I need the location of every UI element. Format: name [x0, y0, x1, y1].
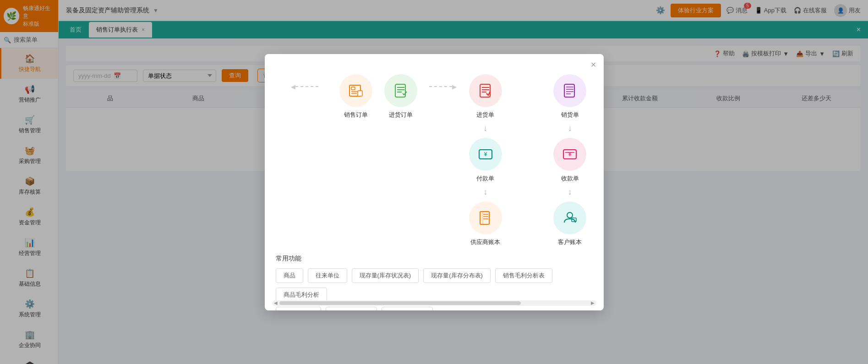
- flow-node-purchase-slip[interactable]: 进货单: [469, 74, 502, 119]
- svg-rect-11: [482, 212, 483, 224]
- common-btn-sales-rank[interactable]: 销售排行榜: [276, 307, 321, 310]
- flow-arrow-2: ◀: [291, 74, 318, 90]
- receipt-icon: ¥: [562, 146, 578, 163]
- common-btn-stock-status[interactable]: 现存量(库存状况表): [352, 268, 419, 283]
- v-arrow-receipt: ↓: [568, 187, 572, 197]
- popup-scrollbar[interactable]: ◀ ▶: [272, 300, 596, 306]
- flow-node-supplier-ledger[interactable]: 供应商账本: [469, 201, 502, 246]
- popup-dialog: × 进货订单: [265, 54, 604, 310]
- common-functions-title: 常用功能: [276, 255, 593, 263]
- svg-point-23: [567, 212, 573, 218]
- svg-rect-26: [351, 87, 355, 90]
- common-btn-product-margin[interactable]: 商品毛利分析: [276, 288, 327, 302]
- flow-node-sale-slip[interactable]: 销货单: [553, 74, 586, 119]
- svg-rect-10: [480, 212, 489, 224]
- common-btn-payment-stats[interactable]: 付款情况统计: [382, 307, 433, 310]
- scrollbar-thumb: [279, 301, 521, 305]
- customer-ledger-circle: [553, 201, 586, 234]
- scrollbar-track: [279, 301, 589, 305]
- flow-col-purchase: 进货单 ↓ ¥ 付款单 ↓: [469, 74, 502, 246]
- purchase-slip-icon: [477, 82, 494, 99]
- v-arrow-2: ↓: [483, 124, 487, 133]
- receipt-circle: ¥: [553, 138, 586, 171]
- supplier-ledger-circle: [469, 201, 502, 234]
- v-arrow-3: ↓: [568, 124, 572, 133]
- flow-node-receipt[interactable]: ¥ 收款单: [553, 138, 586, 183]
- flow-arrow-1: ▶: [429, 74, 457, 90]
- flow-node-purchase-order[interactable]: 进货订单: [384, 74, 417, 119]
- common-buttons-row-1: 商品 往来单位 现存量(库存状况表) 现存量(库存分布表) 销售毛利分析表 商品…: [276, 268, 593, 302]
- purchase-slip-circle: [469, 74, 502, 107]
- common-buttons-row-2: 销售排行榜 收款情况统计 付款情况统计: [276, 307, 593, 310]
- sale-slip-icon: [562, 82, 578, 99]
- common-btn-transaction-unit[interactable]: 往来单位: [308, 268, 347, 283]
- supplier-ledger-icon: [477, 210, 494, 226]
- sale-slip-circle: [553, 74, 586, 107]
- flow-node-payment[interactable]: ¥ 付款单: [469, 138, 502, 183]
- flow-col-sale: 销货单 ↓ ¥ 收款单 ↓: [553, 74, 586, 246]
- payment-circle: ¥: [469, 138, 502, 171]
- popup-close-button[interactable]: ×: [591, 60, 596, 70]
- sale-order-circle: [339, 74, 372, 107]
- popup-overlay[interactable]: × 进货订单: [0, 0, 868, 364]
- customer-ledger-icon: [562, 210, 578, 226]
- payment-icon: ¥: [477, 146, 494, 163]
- flow-node-customer-ledger[interactable]: 客户账本: [553, 201, 586, 246]
- purchase-order-icon: [393, 82, 409, 99]
- common-btn-stock-dist[interactable]: 现存量(库存分布表): [423, 268, 491, 283]
- svg-text:¥: ¥: [483, 151, 487, 158]
- flow-col-purchase-order: 进货订单: [384, 74, 417, 119]
- scroll-left-arrow[interactable]: ◀: [272, 300, 279, 305]
- purchase-order-circle: [384, 74, 417, 107]
- common-btn-sales-margin[interactable]: 销售毛利分析表: [495, 268, 552, 283]
- svg-rect-29: [358, 91, 362, 96]
- flow-diagram: 进货订单 ▶: [276, 65, 593, 251]
- flow-col-sale-order: 销售订单: [339, 74, 372, 119]
- common-btn-product[interactable]: 商品: [276, 268, 303, 283]
- v-arrow-pay: ↓: [483, 187, 487, 197]
- common-btn-receipt-stats[interactable]: 收款情况统计: [326, 307, 377, 310]
- svg-rect-15: [564, 84, 574, 97]
- sale-order-icon: [348, 82, 364, 99]
- svg-text:¥: ¥: [568, 151, 572, 158]
- scroll-right-arrow[interactable]: ▶: [589, 300, 596, 305]
- flow-node-sale-order[interactable]: 销售订单: [339, 74, 372, 119]
